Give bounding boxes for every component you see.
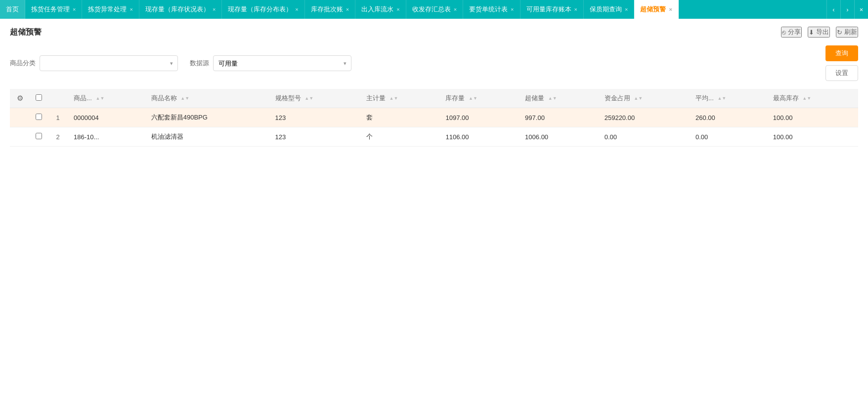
col-max-stock[interactable]: 最高库存 ▲▼: [767, 89, 858, 108]
row-checkbox-1[interactable]: [36, 133, 42, 139]
row-capital: 0.00: [599, 127, 690, 147]
table-body: 1 0000004 六配套新昌490BPG 123 套 1097.00 997.…: [10, 108, 858, 147]
row-gear-cell: [10, 108, 30, 127]
row-unit: 套: [360, 108, 440, 127]
nav-item-quality-label: 保质期查询: [590, 5, 622, 14]
overstock-sort-icon[interactable]: ▲▼: [548, 96, 557, 101]
col-sku-name[interactable]: 商品名称 ▲▼: [145, 89, 269, 108]
col-unit[interactable]: 主计量 ▲▼: [360, 89, 440, 108]
avg-sort-icon[interactable]: ▲▼: [717, 96, 726, 101]
unit-sort-icon[interactable]: ▲▼: [389, 96, 398, 101]
row-avg: 0.00: [690, 127, 767, 147]
settings-button[interactable]: 设置: [825, 65, 858, 81]
export-icon: ⬇: [809, 29, 814, 36]
row-sku-name: 六配套新昌490BPG: [145, 108, 269, 127]
nav-item-overstock-label: 超储预警: [640, 5, 666, 14]
nav-item-stock-dist-label: 现存量（库存分布表）: [228, 5, 292, 14]
nav-item-overstock-close[interactable]: ×: [669, 6, 672, 12]
sku-name-sort-icon[interactable]: ▲▼: [180, 96, 189, 101]
nav-item-task-mgmt-label: 拣货任务管理: [31, 5, 70, 14]
page-header: 超储预警 ⎋ 分享 ⬇ 导出 ↻ 刷新: [10, 27, 858, 38]
nav-arrow-left[interactable]: ‹: [826, 0, 840, 19]
col-spec[interactable]: 规格型号 ▲▼: [269, 89, 360, 108]
refresh-button[interactable]: ↻ 刷新: [836, 27, 858, 38]
nav-item-stock-status-label: 现存量（库存状况表）: [145, 5, 210, 14]
nav-arrow-more[interactable]: ×: [854, 0, 868, 19]
table-settings-icon[interactable]: ⚙: [17, 94, 23, 102]
datasource-select[interactable]: 可用量: [213, 55, 351, 71]
filter-group-datasource: 数据源 可用量 ▾: [190, 55, 351, 71]
nav-item-stock-dist-close[interactable]: ×: [295, 6, 298, 12]
share-icon: ⎋: [782, 29, 786, 36]
row-spec: 123: [269, 108, 360, 127]
nav-item-order-stat-close[interactable]: ×: [511, 6, 514, 12]
filter-group-category: 商品分类 ▾: [10, 55, 178, 71]
col-stock[interactable]: 库存量 ▲▼: [439, 89, 519, 108]
spec-sort-icon[interactable]: ▲▼: [304, 96, 313, 101]
nav-item-collect-close[interactable]: ×: [454, 6, 457, 12]
nav-item-stock-status[interactable]: 现存量（库存状况表） ×: [139, 0, 222, 19]
row-stock: 1106.00: [439, 127, 519, 147]
nav-item-stock-dist[interactable]: 现存量（库存分布表） ×: [222, 0, 304, 19]
nav-item-batch-label: 库存批次账: [311, 5, 343, 14]
col-sku-code[interactable]: 商品... ▲▼: [68, 89, 145, 108]
row-gear-cell: [10, 127, 30, 147]
datasource-select-wrapper: 可用量 ▾: [213, 55, 351, 71]
max-stock-sort-icon[interactable]: ▲▼: [802, 96, 811, 101]
category-select[interactable]: [40, 55, 178, 71]
nav-item-abnormal[interactable]: 拣货异常处理 ×: [82, 0, 139, 19]
col-gear: ⚙: [10, 89, 30, 108]
nav-item-abnormal-close[interactable]: ×: [130, 6, 132, 12]
nav-item-available-close[interactable]: ×: [574, 6, 577, 12]
filter-area: 商品分类 ▾ 数据源 可用量 ▾ 查询 设置: [10, 45, 858, 81]
nav-item-task-mgmt[interactable]: 拣货任务管理 ×: [25, 0, 82, 19]
col-avg[interactable]: 平均... ▲▼: [690, 89, 767, 108]
row-stock: 1097.00: [439, 108, 519, 127]
nav-item-collect[interactable]: 收发存汇总表 ×: [406, 0, 463, 19]
row-sku-code: 186-10...: [68, 127, 145, 147]
nav-item-inout-flow-label: 出入库流水: [361, 5, 393, 14]
nav-item-home[interactable]: 首页: [0, 0, 25, 19]
col-checkbox: [30, 89, 48, 108]
nav-item-overstock[interactable]: 超储预警 ×: [634, 0, 678, 19]
nav-item-order-stat-label: 要货单统计表: [469, 5, 508, 14]
share-button[interactable]: ⎋ 分享: [781, 27, 802, 38]
row-sku-code: 0000004: [68, 108, 145, 127]
stock-sort-icon[interactable]: ▲▼: [469, 96, 477, 101]
nav-item-collect-label: 收发存汇总表: [412, 5, 451, 14]
nav-item-batch[interactable]: 库存批次账 ×: [305, 0, 355, 19]
refresh-icon: ↻: [837, 29, 842, 36]
row-capital: 259220.00: [599, 108, 690, 127]
row-checkbox-cell: [30, 108, 48, 127]
col-capital[interactable]: 资金占用 ▲▼: [599, 89, 690, 108]
nav-item-quality-close[interactable]: ×: [625, 6, 628, 12]
col-overstock[interactable]: 超储量 ▲▼: [519, 89, 599, 108]
nav-item-available[interactable]: 可用量库存账本 ×: [521, 0, 584, 19]
row-unit: 个: [360, 127, 440, 147]
row-checkbox-0[interactable]: [36, 114, 42, 120]
nav-item-abnormal-label: 拣货异常处理: [88, 5, 127, 14]
col-row-num: [48, 89, 68, 108]
row-checkbox-cell: [30, 127, 48, 147]
category-label: 商品分类: [10, 59, 36, 68]
nav-arrow-right[interactable]: ›: [840, 0, 854, 19]
nav-item-inout-flow-close[interactable]: ×: [396, 6, 399, 12]
page-title: 超储预警: [10, 27, 42, 38]
nav-item-batch-close[interactable]: ×: [346, 6, 349, 12]
query-button[interactable]: 查询: [825, 45, 858, 61]
nav-item-inout-flow[interactable]: 出入库流水 ×: [355, 0, 406, 19]
data-table: ⚙ 商品... ▲▼ 商品名称 ▲▼ 规格型号: [10, 89, 858, 147]
table-row: 2 186-10... 机油滤清器 123 个 1106.00 1006.00 …: [10, 127, 858, 147]
table-header-row: ⚙ 商品... ▲▼ 商品名称 ▲▼ 规格型号: [10, 89, 858, 108]
select-all-checkbox[interactable]: [36, 94, 42, 101]
row-number: 1: [48, 108, 68, 127]
row-overstock: 1006.00: [519, 127, 599, 147]
sku-code-sort-icon[interactable]: ▲▼: [95, 96, 104, 101]
nav-item-quality[interactable]: 保质期查询 ×: [584, 0, 634, 19]
capital-sort-icon[interactable]: ▲▼: [634, 96, 643, 101]
nav-item-order-stat[interactable]: 要货单统计表 ×: [463, 0, 520, 19]
nav-item-stock-status-close[interactable]: ×: [213, 6, 216, 12]
page-container: 超储预警 ⎋ 分享 ⬇ 导出 ↻ 刷新 商品分类 ▾: [0, 19, 868, 395]
export-button[interactable]: ⬇ 导出: [808, 27, 830, 38]
nav-item-task-mgmt-close[interactable]: ×: [73, 6, 76, 12]
